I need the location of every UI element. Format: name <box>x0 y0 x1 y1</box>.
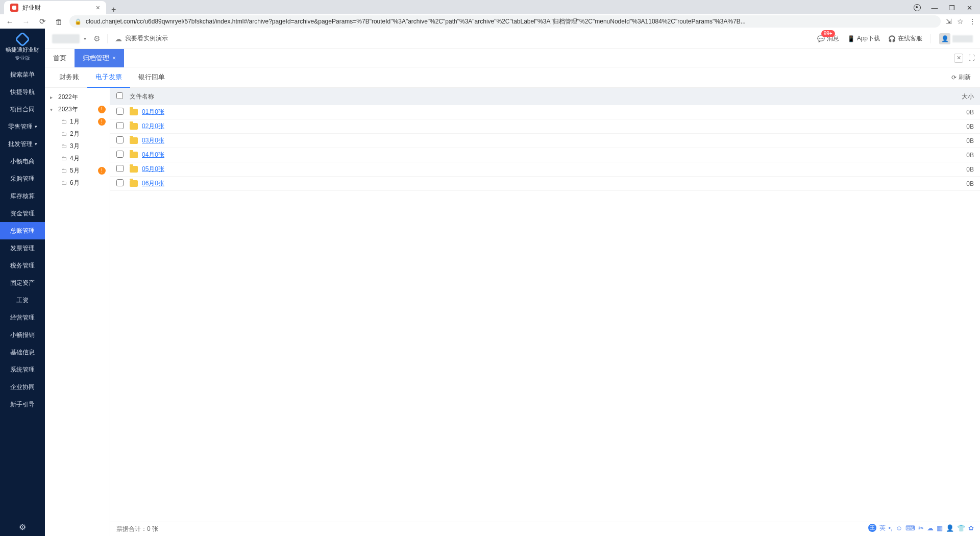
account-icon[interactable] <box>909 1 926 14</box>
sub-tab-2[interactable]: 银行回单 <box>130 67 173 88</box>
row-checkbox[interactable] <box>116 108 124 115</box>
sidebar-item-label: 搜索菜单 <box>10 70 35 79</box>
minimize-button[interactable]: — <box>926 1 943 14</box>
tree-month-1[interactable]: 🗀2月 <box>47 128 108 140</box>
file-link[interactable]: 06月0张 <box>142 179 164 188</box>
sidebar-item-2[interactable]: 项目合同 <box>0 101 45 118</box>
user-menu[interactable]: 👤 <box>939 33 973 44</box>
table-row: 03月0张 0B <box>110 134 980 148</box>
ime-shirt-icon[interactable]: 👕 <box>957 524 965 532</box>
gear-icon[interactable]: ⚙ <box>93 34 100 43</box>
table-row: 06月0张 0B <box>110 177 980 191</box>
tree-month-4[interactable]: 🗀5月! <box>47 164 108 177</box>
sidebar-item-10[interactable]: 发票管理 <box>0 239 45 257</box>
sidebar-item-14[interactable]: 经营管理 <box>0 309 45 326</box>
ime-lang[interactable]: 英 <box>879 524 886 532</box>
fullscreen-icon[interactable]: ⛶ <box>968 54 975 62</box>
file-link[interactable]: 02月0张 <box>142 122 164 131</box>
close-icon[interactable]: × <box>96 4 100 12</box>
sub-tab-0[interactable]: 财务账 <box>51 67 87 88</box>
page-tab-1[interactable]: 归档管理× <box>75 49 124 67</box>
install-icon[interactable]: ⇲ <box>946 17 952 26</box>
url-input[interactable]: 🔒 cloud.chanjet.com/cc/u6d89qwnryel/57bf… <box>69 15 941 28</box>
file-link[interactable]: 01月0张 <box>142 108 164 116</box>
sidebar-item-17[interactable]: 系统管理 <box>0 361 45 378</box>
sidebar-item-5[interactable]: 小畅电商 <box>0 153 45 170</box>
row-checkbox[interactable] <box>116 165 124 172</box>
file-link[interactable]: 04月0张 <box>142 151 164 159</box>
messages-button[interactable]: 99+ 💬 消息 <box>817 34 839 43</box>
page-tab-0[interactable]: 首页 <box>45 49 75 67</box>
sidebar-item-6[interactable]: 采购管理 <box>0 170 45 187</box>
logo: 畅捷通好业财 专业版 <box>0 29 45 66</box>
ime-user-icon[interactable]: 👤 <box>946 524 954 532</box>
back-button[interactable]: ← <box>4 16 15 27</box>
tree-month-0[interactable]: 🗀1月! <box>47 115 108 128</box>
file-link[interactable]: 03月0张 <box>142 136 164 145</box>
ime-punct-icon[interactable]: •, <box>889 524 893 532</box>
ime-scissors-icon[interactable]: ✂ <box>918 524 924 532</box>
tree-year-0[interactable]: ▸2022年 <box>47 91 108 103</box>
settings-gear-icon[interactable]: ⚙ <box>0 518 45 536</box>
ime-logo-icon: 王 <box>868 524 876 532</box>
maximize-button[interactable]: ❐ <box>943 1 961 14</box>
ime-emoji-icon[interactable]: ☺ <box>896 524 902 532</box>
favicon <box>10 4 18 12</box>
close-window-button[interactable]: ✕ <box>961 1 978 14</box>
file-link[interactable]: 05月0张 <box>142 165 164 174</box>
sidebar-item-16[interactable]: 基础信息 <box>0 344 45 361</box>
row-checkbox[interactable] <box>116 151 124 158</box>
sidebar-item-3[interactable]: 零售管理▾ <box>0 118 45 135</box>
folder-icon: 🗀 <box>61 143 67 149</box>
tree-label: 4月 <box>70 154 80 163</box>
row-checkbox[interactable] <box>116 136 124 143</box>
bookmark-icon[interactable]: ☆ <box>957 17 964 26</box>
ime-toolbar[interactable]: 王 英 •, ☺ ⌨ ✂ ☁ ▦ 👤 👕 ✿ <box>865 523 977 533</box>
row-checkbox[interactable] <box>116 179 124 186</box>
demo-link[interactable]: ☁ 我要看实例演示 <box>115 34 168 43</box>
ime-settings-icon[interactable]: ✿ <box>968 524 974 532</box>
sidebar-item-9[interactable]: 总账管理 <box>0 222 45 239</box>
sidebar-item-18[interactable]: 企业协同 <box>0 378 45 396</box>
sidebar-item-12[interactable]: 固定资产 <box>0 274 45 291</box>
tree-month-2[interactable]: 🗀3月 <box>47 140 108 152</box>
sidebar-item-4[interactable]: 批发管理▾ <box>0 135 45 153</box>
sidebar-item-19[interactable]: 新手引导 <box>0 396 45 413</box>
sidebar-item-7[interactable]: 库存核算 <box>0 187 45 205</box>
tree-month-5[interactable]: 🗀6月 <box>47 177 108 189</box>
sub-tab-1[interactable]: 电子发票 <box>87 67 130 88</box>
app-download-button[interactable]: 📱 App下载 <box>847 34 880 43</box>
refresh-button[interactable]: ⟳ 刷新 <box>951 73 971 82</box>
sidebar-item-8[interactable]: 资金管理 <box>0 205 45 222</box>
row-checkbox[interactable] <box>116 122 124 129</box>
select-all-checkbox[interactable] <box>116 92 123 99</box>
file-size: 0B <box>943 180 974 187</box>
new-tab-button[interactable]: + <box>106 5 121 14</box>
alert-badge: ! <box>98 106 106 113</box>
close-icon[interactable]: × <box>112 55 116 62</box>
tree-panel: ▸2022年▾2023年!🗀1月!🗀2月🗀3月🗀4月🗀5月!🗀6月 <box>45 88 110 536</box>
col-filename: 文件名称 <box>130 92 943 101</box>
tree-month-3[interactable]: 🗀4月 <box>47 152 108 164</box>
account-selector[interactable]: ▾ <box>52 34 86 43</box>
sidebar-item-0[interactable]: 搜索菜单 <box>0 66 45 83</box>
close-all-icon[interactable]: ✕ <box>954 54 963 63</box>
forward-button[interactable]: → <box>20 16 32 27</box>
customer-service-button[interactable]: 🎧 在线客服 <box>888 34 922 43</box>
sidebar-item-11[interactable]: 税务管理 <box>0 257 45 274</box>
alert-badge: ! <box>98 118 106 126</box>
folder-icon <box>130 123 138 130</box>
ime-keyboard-icon[interactable]: ⌨ <box>905 524 915 532</box>
menu-icon[interactable]: ⋮ <box>969 17 976 26</box>
browser-tab[interactable]: 好业财 × <box>4 1 106 14</box>
refresh-label: 刷新 <box>959 73 971 82</box>
ime-cloud-icon[interactable]: ☁ <box>927 524 934 532</box>
ime-grid-icon[interactable]: ▦ <box>937 524 943 532</box>
delete-icon[interactable]: 🗑 <box>53 16 64 27</box>
reload-button[interactable]: ⟳ <box>37 16 48 27</box>
table-body: 01月0张 0B 02月0张 0B 03月0张 0B 04月0张 0B 05月0… <box>110 105 980 522</box>
sidebar-item-15[interactable]: 小畅报销 <box>0 326 45 344</box>
sidebar-item-1[interactable]: 快捷导航 <box>0 83 45 101</box>
sidebar-item-13[interactable]: 工资 <box>0 291 45 309</box>
tree-year-1[interactable]: ▾2023年! <box>47 103 108 115</box>
